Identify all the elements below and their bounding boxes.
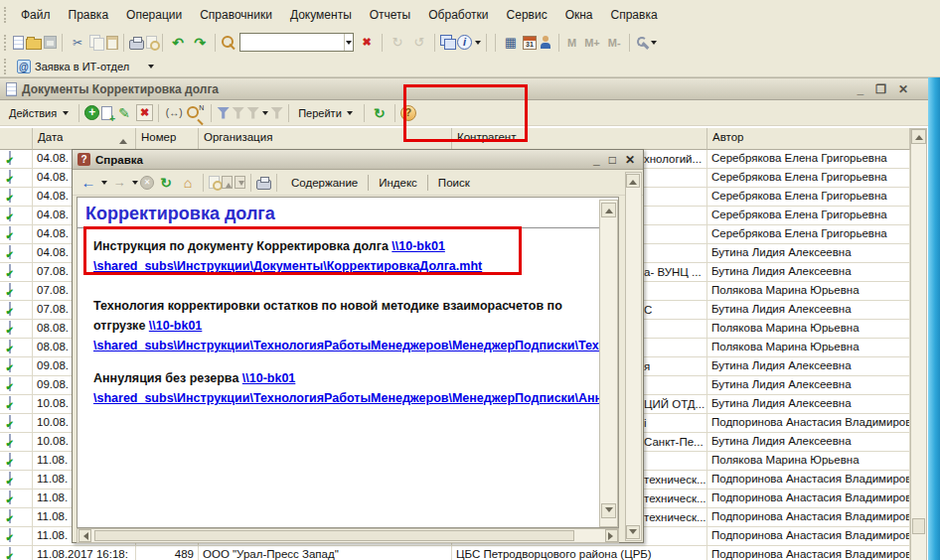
search-dropdown-icon[interactable] <box>344 34 353 51</box>
clear-search-icon[interactable]: ✖ <box>357 33 377 53</box>
print-icon[interactable] <box>256 180 271 190</box>
search-icon[interactable] <box>221 35 236 51</box>
search-by-number-icon[interactable]: N <box>186 103 206 123</box>
search-next-icon[interactable]: ↻ <box>388 33 407 53</box>
info-dropdown-icon[interactable] <box>473 34 482 52</box>
user-lock-icon[interactable] <box>539 35 553 50</box>
content-vertical-scrollbar[interactable] <box>599 200 618 527</box>
actions-button[interactable]: Действия <box>4 103 75 123</box>
tab-index[interactable]: Индекс <box>369 175 427 191</box>
copy-icon[interactable] <box>89 35 104 50</box>
restore-button[interactable]: ❐ <box>875 82 886 96</box>
column-header-author[interactable]: Автор <box>707 128 910 150</box>
table-vertical-scrollbar[interactable] <box>910 128 927 560</box>
toolbar-grip[interactable] <box>4 35 8 51</box>
search-prev-icon[interactable]: ↺ <box>409 33 429 53</box>
it-request-button[interactable]: @ Заявка в ИТ-отдел <box>12 59 134 74</box>
save-icon[interactable] <box>44 36 57 49</box>
scroll-right-icon[interactable] <box>605 529 618 542</box>
menu-item-help[interactable]: Справка <box>602 5 667 25</box>
memory-minus-button[interactable]: M- <box>608 37 621 49</box>
new-document-icon[interactable] <box>13 36 24 50</box>
settings-wrench-icon[interactable] <box>635 36 649 50</box>
minimize-button[interactable]: _ <box>593 153 600 167</box>
memory-m-button[interactable]: M <box>567 37 576 49</box>
help-link-server[interactable]: \\10-bk01 <box>149 319 203 333</box>
menu-item-documents[interactable]: Документы <box>281 5 361 25</box>
filter-history-icon[interactable] <box>246 107 259 119</box>
scrollbar-thumb[interactable] <box>94 530 574 541</box>
window-vertical-scrollbar[interactable] <box>625 172 642 541</box>
windows-list-icon[interactable] <box>440 35 455 50</box>
minimize-button[interactable]: _ <box>857 82 863 96</box>
window-edge-strip <box>928 77 940 560</box>
menu-item-service[interactable]: Сервис <box>498 5 556 25</box>
memory-plus-button[interactable]: M+ <box>584 37 600 49</box>
column-header-date[interactable]: Дата <box>33 128 136 150</box>
help-link-path[interactable]: \shared_subs\Инструкции\ТехнологияРаботы… <box>93 339 619 352</box>
toolbar-grip[interactable] <box>4 59 8 74</box>
menu-item-file[interactable]: Файл <box>12 5 60 25</box>
filter-setup-icon[interactable] <box>217 107 230 119</box>
back-dropdown-icon[interactable] <box>99 174 108 192</box>
go-button[interactable]: Перейти <box>293 103 360 123</box>
close-button[interactable]: ✕ <box>625 153 635 167</box>
column-header-icon[interactable] <box>0 128 33 150</box>
undo-icon[interactable]: ↶ <box>168 33 188 53</box>
menu-item-references[interactable]: Справочники <box>191 5 281 25</box>
stop-icon[interactable]: ✕ <box>140 176 154 190</box>
scroll-up-icon[interactable] <box>911 129 926 144</box>
menu-item-windows[interactable]: Окна <box>556 5 602 25</box>
scroll-down-icon[interactable] <box>626 525 640 539</box>
menu-item-operations[interactable]: Операции <box>117 5 191 25</box>
paste-icon[interactable] <box>106 36 118 50</box>
column-header-number[interactable]: Номер <box>136 128 199 150</box>
menu-item-reports[interactable]: Отчеты <box>361 5 419 25</box>
redo-icon[interactable]: ↷ <box>190 33 210 53</box>
print-icon[interactable] <box>129 40 144 50</box>
tab-contents[interactable]: Содержание <box>281 175 368 191</box>
open-icon[interactable] <box>26 39 42 50</box>
content-horizontal-scrollbar[interactable] <box>77 528 619 543</box>
close-button[interactable]: ✕ <box>898 82 908 96</box>
print-preview-icon[interactable] <box>146 36 157 49</box>
delete-icon[interactable]: ✖ <box>136 104 153 121</box>
refresh-icon[interactable]: ↻ <box>370 103 390 123</box>
help-link-server[interactable]: \\10-bk01 <box>242 371 296 385</box>
zoom-page-icon[interactable] <box>209 176 220 189</box>
maximize-button[interactable]: □ <box>609 153 616 167</box>
prev-topic-icon[interactable] <box>222 176 233 189</box>
scroll-up-icon[interactable] <box>601 203 616 217</box>
search-input[interactable] <box>240 35 344 50</box>
filter-dropdown-icon[interactable] <box>260 104 269 122</box>
menu-item-edit[interactable]: Правка <box>60 5 118 25</box>
forward-icon[interactable]: → <box>109 173 129 193</box>
forward-dropdown-icon[interactable] <box>130 174 139 192</box>
add-copy-icon[interactable] <box>101 106 112 120</box>
calendar-icon[interactable]: 31 <box>523 36 537 50</box>
add-icon[interactable]: + <box>84 105 99 120</box>
toolbar-grip[interactable] <box>4 7 8 23</box>
date-interval-icon[interactable]: (↔) <box>164 103 184 123</box>
scroll-left-icon[interactable] <box>78 529 91 542</box>
scroll-down-icon[interactable] <box>601 503 616 518</box>
filter-clear-icon[interactable] <box>270 107 283 119</box>
help-link-path[interactable]: \shared_subs\Инструкции\ТехнологияРаботы… <box>93 391 619 405</box>
cut-icon[interactable]: ✂ <box>68 33 87 53</box>
next-topic-icon[interactable] <box>235 176 245 189</box>
quickbar-dropdown-icon[interactable] <box>146 58 155 75</box>
tab-search[interactable]: Поиск <box>428 175 480 191</box>
help-window-titlebar[interactable]: ? Справка _□✕ <box>73 150 643 170</box>
table-row[interactable]: ✔11.08.2017 16:18:489ООО "Урал-Пресс Зап… <box>0 546 910 560</box>
home-icon[interactable]: ⌂ <box>178 173 198 193</box>
back-icon[interactable]: ← <box>78 173 98 193</box>
calculator-icon[interactable]: ▦ <box>501 33 521 53</box>
edit-icon[interactable]: ✎ <box>114 103 134 123</box>
scrollbar-thumb[interactable] <box>912 518 925 534</box>
info-icon[interactable]: i <box>457 35 472 50</box>
scroll-up-icon[interactable] <box>626 174 640 188</box>
settings-dropdown-icon[interactable] <box>650 34 659 52</box>
refresh-icon[interactable]: ↻ <box>156 173 176 193</box>
menu-item-processing[interactable]: Обработки <box>419 5 497 25</box>
filter-icon[interactable] <box>232 107 244 119</box>
